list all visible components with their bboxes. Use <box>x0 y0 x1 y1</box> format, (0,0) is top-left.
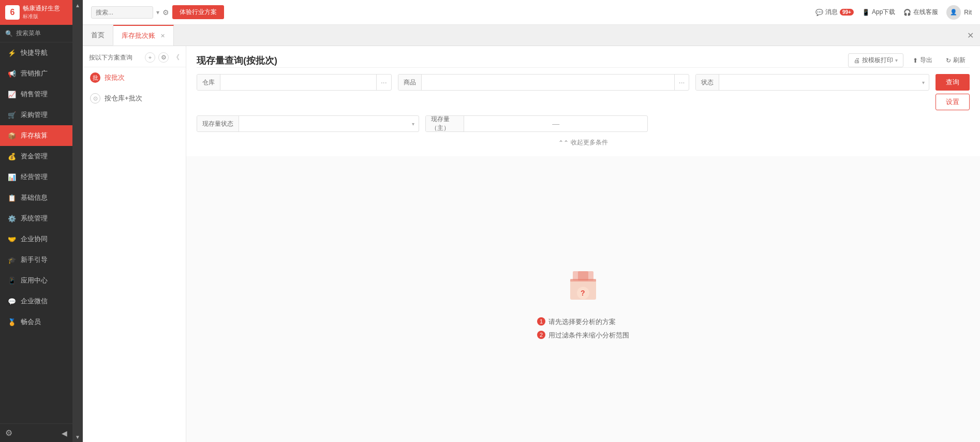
nav-label-marketing: 营销推广 <box>21 69 48 78</box>
refresh-label: 刷新 <box>953 56 966 65</box>
sidebar-item-wechat[interactable]: 💬企业微信 <box>0 291 72 312</box>
tab-batch-account-label: 库存批次账 <box>122 31 155 40</box>
print-btn[interactable]: 🖨 按模板打印 ▾ <box>848 53 903 67</box>
tabs-bar: 首页 库存批次账 ✕ ✕ <box>83 25 980 46</box>
sidebar-item-inventory[interactable]: 📦库存核算 <box>0 125 72 146</box>
collapse-panel-btn[interactable]: 《 <box>173 53 180 62</box>
scheme-wh-batch-icon: ⊙ <box>90 93 100 104</box>
add-scheme-btn[interactable]: + <box>145 52 155 63</box>
experience-btn[interactable]: 体验行业方案 <box>172 5 224 19</box>
query-btn[interactable]: 查询 <box>936 74 970 91</box>
filter-scheme-by-batch[interactable]: 批 按批次 <box>83 67 186 88</box>
export-icon: ⬆ <box>913 57 918 64</box>
topbar-gear-icon[interactable]: ⚙ <box>162 8 169 17</box>
tab-batch-account[interactable]: 库存批次账 ✕ <box>113 25 174 46</box>
sidebar-item-marketing[interactable]: 📢营销推广 <box>0 63 72 84</box>
refresh-icon: ↻ <box>946 57 951 64</box>
tip-num-1: 1 <box>537 317 545 326</box>
stock-qty-sep: — <box>550 120 561 128</box>
svg-text:?: ? <box>581 289 585 297</box>
topbar-right: 💬 消息 99+ 📱 App下载 🎧 在线客服 👤 Rit <box>815 5 972 20</box>
sidebar-item-system[interactable]: ⚙️系统管理 <box>0 208 72 229</box>
scroll-down-arrow[interactable]: ▼ <box>72 432 83 442</box>
warehouse-more-btn[interactable]: ··· <box>376 75 391 90</box>
page-content: 按以下方案查询 + ⚙ 《 批 按批次 ⊙ 按仓库+批次 现存量查询(按批次) <box>83 46 980 442</box>
empty-illustration: ? <box>557 258 609 310</box>
sidebar-search[interactable]: 🔍 搜索菜单 <box>0 25 72 42</box>
nav-label-basic: 基础信息 <box>21 193 48 202</box>
tab-home[interactable]: 首页 <box>83 25 113 45</box>
sidebar-item-purchase[interactable]: 🛒采购管理 <box>0 105 72 125</box>
nav-icon-appstore: 📱 <box>7 276 17 285</box>
messages-label: 消息 <box>825 8 838 17</box>
headset-icon: 🎧 <box>903 9 911 16</box>
sidebar-scrollbar: ▲ ▼ <box>72 0 83 442</box>
app-name-block: 畅康通好生意 标准版 <box>23 5 60 20</box>
collapse-sidebar-icon[interactable]: ◀ <box>62 429 67 437</box>
stock-qty-field: 现存量（主） — <box>425 115 648 132</box>
online-service-btn[interactable]: 🎧 在线客服 <box>903 8 938 17</box>
svg-rect-3 <box>570 279 596 282</box>
page-title: 现存量查询(按批次) <box>197 54 277 67</box>
stock-qty-label: 现存量（主） <box>426 116 464 131</box>
topbar-search-input[interactable] <box>91 6 153 19</box>
sidebar-item-appstore[interactable]: 📱应用中心 <box>0 270 72 291</box>
sidebar-item-sales[interactable]: 📈销售管理 <box>0 84 72 105</box>
phone-icon: 📱 <box>862 9 870 16</box>
collapse-conditions-btn[interactable]: ⌃⌃ 收起更多条件 <box>197 135 970 150</box>
stock-qty-to-input[interactable] <box>561 120 647 127</box>
settings-btn[interactable]: 设置 <box>936 94 970 110</box>
nav-icon-sales: 📈 <box>7 90 17 99</box>
warehouse-field: 仓库 ··· <box>197 74 392 91</box>
refresh-btn[interactable]: ↻ 刷新 <box>942 54 970 67</box>
nav-icon-operation: 📊 <box>7 172 17 182</box>
message-icon: 💬 <box>815 9 823 16</box>
scroll-up-arrow[interactable]: ▲ <box>72 0 83 10</box>
export-label: 导出 <box>920 56 932 65</box>
product-input[interactable] <box>422 79 674 86</box>
messages-btn[interactable]: 💬 消息 99+ <box>815 8 854 17</box>
scheme-wh-batch-label: 按仓库+批次 <box>105 94 142 103</box>
user-profile-btn[interactable]: 👤 Rit <box>946 5 972 20</box>
app-download-btn[interactable]: 📱 App下载 <box>862 8 895 17</box>
sidebar-item-operation[interactable]: 📊经营管理 <box>0 167 72 187</box>
sidebar-item-basic[interactable]: 📋基础信息 <box>0 187 72 208</box>
tab-close-panel[interactable]: ✕ <box>961 31 980 40</box>
filter-conditions: 仓库 ··· 商品 ··· 状态 <box>186 68 980 156</box>
stock-status-label: 现存量状态 <box>197 116 239 131</box>
sidebar-item-member[interactable]: 🏅畅会员 <box>0 312 72 332</box>
header-actions: 🖨 按模板打印 ▾ ⬆ 导出 ↻ 刷新 <box>848 53 970 67</box>
status-arrow-icon[interactable]: ▾ <box>918 75 929 90</box>
settings-scheme-btn[interactable]: ⚙ <box>158 52 169 63</box>
messages-badge: 99+ <box>840 9 854 16</box>
sidebar-item-quick-nav[interactable]: ⚡快捷导航 <box>0 42 72 63</box>
product-more-btn[interactable]: ··· <box>674 75 689 90</box>
sidebar-item-newuser[interactable]: 🎓新手引导 <box>0 249 72 270</box>
sidebar-item-finance[interactable]: 💰资金管理 <box>0 146 72 167</box>
sidebar-item-enterprise[interactable]: 🤝企业协同 <box>0 229 72 249</box>
filter-scheme-by-warehouse-batch[interactable]: ⊙ 按仓库+批次 <box>83 88 186 109</box>
print-chevron-icon: ▾ <box>895 57 898 63</box>
sidebar: 6 畅康通好生意 标准版 🔍 搜索菜单 ⚡快捷导航📢营销推广📈销售管理🛒采购管理… <box>0 0 72 442</box>
nav-icon-quick-nav: ⚡ <box>7 48 17 57</box>
nav-label-enterprise: 企业协同 <box>21 234 48 244</box>
tab-close-icon[interactable]: ✕ <box>160 33 165 39</box>
status-input[interactable] <box>719 79 918 86</box>
user-avatar: 👤 <box>946 5 961 20</box>
stock-qty-from-input[interactable] <box>464 120 550 127</box>
export-btn[interactable]: ⬆ 导出 <box>909 54 937 67</box>
stock-status-arrow-icon[interactable]: ▾ <box>408 116 419 131</box>
nav-label-newuser: 新手引导 <box>21 255 48 264</box>
collapse-up-icon: ⌃⌃ <box>558 139 569 146</box>
settings-icon[interactable]: ⚙ <box>5 428 12 438</box>
query-actions: 查询 设置 <box>936 74 970 110</box>
scheme-batch-icon: 批 <box>90 72 100 83</box>
stock-status-input[interactable] <box>239 120 408 127</box>
tip-num-2: 2 <box>537 331 545 339</box>
filter-panel: 按以下方案查询 + ⚙ 《 批 按批次 ⊙ 按仓库+批次 <box>83 46 186 442</box>
nav-icon-inventory: 📦 <box>7 131 17 140</box>
nav-icon-member: 🏅 <box>7 317 17 327</box>
warehouse-input[interactable] <box>220 79 376 86</box>
filter-panel-header: 按以下方案查询 + ⚙ 《 <box>83 46 186 67</box>
empty-tip-1: 1 请先选择要分析的方案 <box>537 317 629 327</box>
